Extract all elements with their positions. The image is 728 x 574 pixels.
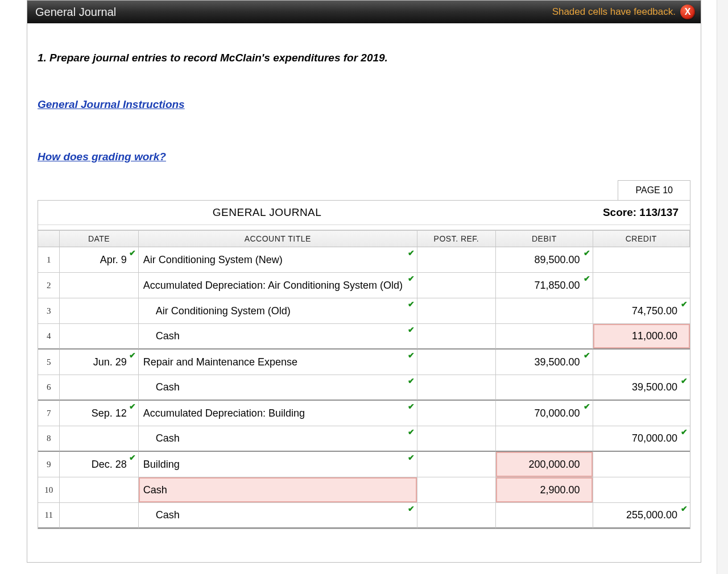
credit-cell-input[interactable] <box>593 452 690 477</box>
date-cell-input[interactable] <box>60 247 138 272</box>
credit-cell-input[interactable] <box>593 247 690 272</box>
credit-cell-input[interactable] <box>593 426 690 451</box>
account-cell[interactable]: ✔ <box>139 426 417 452</box>
credit-cell-input[interactable] <box>593 350 690 375</box>
account-cell-input[interactable] <box>139 247 417 272</box>
credit-cell[interactable]: ✔ <box>593 426 690 452</box>
debit-cell[interactable] <box>496 375 593 401</box>
debit-cell[interactable]: ✔ <box>496 273 593 298</box>
credit-cell-input[interactable] <box>593 273 690 298</box>
date-cell[interactable]: ✔ <box>60 452 138 477</box>
debit-cell[interactable]: ✔ <box>496 401 593 426</box>
debit-cell-input[interactable] <box>496 298 592 323</box>
debit-cell[interactable] <box>496 503 593 529</box>
postref-cell[interactable] <box>417 503 496 529</box>
account-cell-input[interactable] <box>139 350 417 375</box>
credit-cell[interactable]: ✔ <box>593 298 690 324</box>
debit-cell-input[interactable] <box>496 401 592 426</box>
credit-cell[interactable] <box>593 477 690 503</box>
account-cell[interactable]: ✔ <box>139 324 417 350</box>
postref-cell[interactable] <box>417 375 496 401</box>
postref-cell-input[interactable] <box>417 247 495 272</box>
debit-cell[interactable] <box>496 452 593 477</box>
date-cell[interactable] <box>60 324 138 350</box>
account-cell-input[interactable] <box>139 426 417 451</box>
credit-cell[interactable]: ✔ <box>593 503 690 529</box>
postref-cell-input[interactable] <box>417 273 495 298</box>
account-cell-input[interactable] <box>139 477 417 502</box>
credit-cell-input[interactable] <box>593 375 690 400</box>
credit-cell[interactable]: ✔ <box>593 375 690 401</box>
postref-cell[interactable] <box>417 477 496 503</box>
credit-cell-input[interactable] <box>593 503 690 527</box>
postref-cell-input[interactable] <box>417 452 495 477</box>
date-cell-input[interactable] <box>60 426 138 451</box>
page-tab[interactable]: PAGE 10 <box>618 180 690 200</box>
debit-cell[interactable] <box>496 298 593 324</box>
debit-cell-input[interactable] <box>496 477 592 502</box>
postref-cell[interactable] <box>417 298 496 324</box>
credit-cell[interactable] <box>593 324 690 350</box>
instructions-link[interactable]: General Journal Instructions <box>38 98 185 111</box>
account-cell[interactable]: ✔ <box>139 503 417 529</box>
account-cell[interactable]: ✔ <box>139 247 417 273</box>
date-cell[interactable] <box>60 375 138 401</box>
postref-cell-input[interactable] <box>417 401 495 426</box>
debit-cell[interactable] <box>496 477 593 503</box>
account-cell-input[interactable] <box>139 401 417 426</box>
date-cell[interactable] <box>60 503 138 529</box>
close-button[interactable]: X <box>680 5 695 19</box>
debit-cell-input[interactable] <box>496 426 592 451</box>
credit-cell-input[interactable] <box>593 324 690 348</box>
credit-cell[interactable] <box>593 401 690 426</box>
account-cell-input[interactable] <box>139 298 417 323</box>
date-cell[interactable]: ✔ <box>60 401 138 426</box>
postref-cell[interactable] <box>417 426 496 452</box>
credit-cell-input[interactable] <box>593 298 690 323</box>
postref-cell[interactable] <box>417 452 496 477</box>
date-cell-input[interactable] <box>60 477 138 502</box>
credit-cell[interactable] <box>593 350 690 375</box>
date-cell-input[interactable] <box>60 273 138 298</box>
grading-link[interactable]: How does grading work? <box>38 151 166 163</box>
account-cell-input[interactable] <box>139 273 417 298</box>
postref-cell[interactable] <box>417 273 496 298</box>
postref-cell-input[interactable] <box>417 503 495 527</box>
postref-cell[interactable] <box>417 324 496 350</box>
date-cell[interactable] <box>60 273 138 298</box>
credit-cell[interactable] <box>593 247 690 273</box>
account-cell[interactable]: ✔ <box>139 401 417 426</box>
account-cell[interactable]: ✔ <box>139 452 417 477</box>
postref-cell-input[interactable] <box>417 324 495 348</box>
postref-cell-input[interactable] <box>417 350 495 375</box>
credit-cell[interactable] <box>593 452 690 477</box>
date-cell-input[interactable] <box>60 375 138 400</box>
postref-cell[interactable] <box>417 350 496 375</box>
account-cell[interactable]: ✔ <box>139 273 417 298</box>
debit-cell-input[interactable] <box>496 324 592 348</box>
date-cell[interactable] <box>60 477 138 503</box>
date-cell-input[interactable] <box>60 452 138 477</box>
postref-cell-input[interactable] <box>417 426 495 451</box>
date-cell[interactable]: ✔ <box>60 247 138 273</box>
debit-cell[interactable] <box>496 426 593 452</box>
postref-cell[interactable] <box>417 401 496 426</box>
postref-cell[interactable] <box>417 247 496 273</box>
vertical-scrollbar[interactable] <box>717 0 728 574</box>
debit-cell[interactable]: ✔ <box>496 247 593 273</box>
debit-cell-input[interactable] <box>496 350 592 375</box>
debit-cell[interactable]: ✔ <box>496 350 593 375</box>
account-cell-input[interactable] <box>139 324 417 348</box>
account-cell[interactable]: ✔ <box>139 298 417 324</box>
date-cell-input[interactable] <box>60 298 138 323</box>
date-cell[interactable] <box>60 298 138 324</box>
date-cell-input[interactable] <box>60 350 138 375</box>
account-cell-input[interactable] <box>139 375 417 400</box>
date-cell[interactable]: ✔ <box>60 350 138 375</box>
date-cell-input[interactable] <box>60 401 138 426</box>
postref-cell-input[interactable] <box>417 298 495 323</box>
date-cell[interactable] <box>60 426 138 452</box>
debit-cell-input[interactable] <box>496 452 592 477</box>
credit-cell-input[interactable] <box>593 477 690 502</box>
debit-cell-input[interactable] <box>496 247 592 272</box>
